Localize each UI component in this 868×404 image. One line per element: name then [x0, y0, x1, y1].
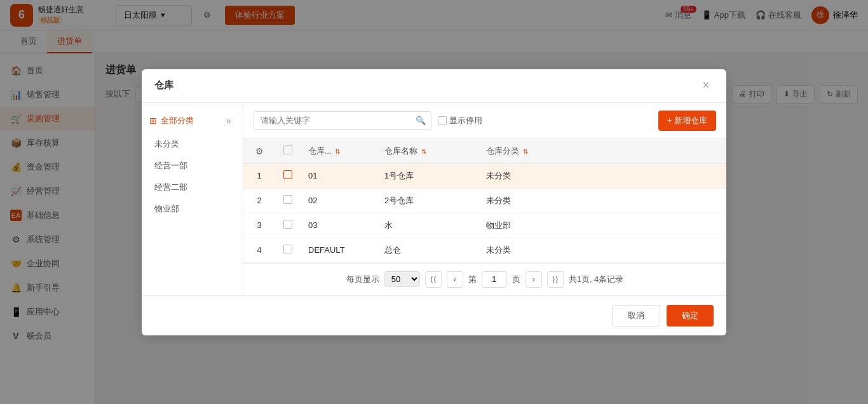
- total-info: 共1页, 4条记录: [569, 274, 624, 285]
- row-code: DEFAULT: [301, 238, 377, 262]
- show-disabled-checkbox[interactable]: [438, 116, 447, 125]
- row-name: 水: [377, 213, 478, 238]
- row-num: 1: [243, 163, 275, 188]
- modal-footer: 取消 确定: [142, 295, 726, 335]
- show-disabled-label[interactable]: 显示停用: [438, 115, 482, 126]
- row-code: 01: [301, 163, 377, 188]
- row-checkbox[interactable]: [275, 238, 301, 262]
- th-settings: ⚙: [243, 139, 275, 164]
- modal-header: 仓库 ×: [142, 69, 726, 103]
- page-end-label: 页: [512, 274, 520, 285]
- category-item-operations2[interactable]: 经营二部: [142, 177, 243, 198]
- row-checkbox[interactable]: [275, 188, 301, 213]
- row-checkbox[interactable]: [275, 163, 301, 188]
- category-panel: ⊞ 全部分类 « 未分类 经营一部 经营二部 物业部: [142, 103, 243, 295]
- th-category-label: 仓库分类: [486, 146, 519, 156]
- pagination: 每页显示 50 20 100 ⟨⟨ ‹ 第 页 › ⟩⟩ 共1页, 4条记录: [243, 263, 726, 295]
- row-name: 总仓: [377, 238, 478, 262]
- table-row[interactable]: 2 02 2号仓库 未分类: [243, 188, 726, 213]
- page-size-select[interactable]: 50 20 100: [384, 271, 420, 287]
- cancel-button[interactable]: 取消: [612, 305, 660, 327]
- search-button[interactable]: 🔍: [410, 116, 431, 125]
- page-label: 第: [468, 274, 477, 285]
- category-item-unclassified[interactable]: 未分类: [142, 133, 243, 155]
- grid-icon: ⊞: [149, 116, 157, 126]
- sort-code-icon[interactable]: ⇅: [335, 148, 340, 155]
- category-header: ⊞ 全部分类 «: [142, 111, 243, 133]
- row-category: 未分类: [478, 163, 726, 188]
- th-checkbox: [275, 139, 301, 164]
- row-category: 物业部: [478, 213, 726, 238]
- th-name-label: 仓库名称: [384, 146, 417, 156]
- th-code-label: 仓库...: [308, 146, 332, 156]
- next-page-button[interactable]: ›: [526, 271, 542, 288]
- th-category: 仓库分类 ⇅: [478, 139, 726, 164]
- prev-page-button[interactable]: ‹: [447, 271, 463, 288]
- th-name: 仓库名称 ⇅: [377, 139, 478, 164]
- row-name: 1号仓库: [377, 163, 478, 188]
- search-box: 🔍: [254, 111, 431, 130]
- per-page-label: 每页显示: [346, 274, 379, 285]
- row-category: 未分类: [478, 188, 726, 213]
- all-categories-btn[interactable]: ⊞ 全部分类: [149, 115, 194, 126]
- category-item-operations1[interactable]: 经营一部: [142, 155, 243, 177]
- row-num: 4: [243, 238, 275, 262]
- table-toolbar: 🔍 显示停用 + 新增仓库: [243, 103, 726, 139]
- settings-col-icon[interactable]: ⚙: [255, 146, 264, 156]
- all-categories-label: 全部分类: [161, 115, 194, 126]
- category-item-property[interactable]: 物业部: [142, 198, 243, 220]
- collapse-button[interactable]: «: [222, 114, 235, 127]
- table-row[interactable]: 1 01 1号仓库 未分类: [243, 163, 726, 188]
- confirm-button[interactable]: 确定: [667, 305, 714, 327]
- search-input[interactable]: [254, 112, 410, 129]
- row-category: 未分类: [478, 238, 726, 262]
- add-warehouse-button[interactable]: + 新增仓库: [658, 111, 716, 131]
- row-num: 3: [243, 213, 275, 238]
- th-code: 仓库... ⇅: [301, 139, 377, 164]
- row-code: 03: [301, 213, 377, 238]
- table-head: ⚙ 仓库... ⇅ 仓库名称: [243, 139, 726, 164]
- sort-category-icon[interactable]: ⇅: [523, 148, 528, 155]
- row-num: 2: [243, 188, 275, 213]
- data-table: ⚙ 仓库... ⇅ 仓库名称: [243, 139, 726, 263]
- row-code: 02: [301, 188, 377, 213]
- page-number-input[interactable]: [482, 271, 507, 288]
- warehouse-modal: 仓库 × ⊞ 全部分类 « 未分类 经营一部 经营二部 物业部: [142, 69, 726, 335]
- modal-title: 仓库: [154, 79, 173, 91]
- sort-name-icon[interactable]: ⇅: [421, 148, 426, 155]
- row-checkbox[interactable]: [275, 213, 301, 238]
- warehouse-table: ⚙ 仓库... ⇅ 仓库名称: [243, 139, 726, 263]
- table-panel: 🔍 显示停用 + 新增仓库 ⚙: [243, 103, 726, 295]
- table-body: 1 01 1号仓库 未分类 2 02 2号仓库: [243, 163, 726, 262]
- table-row[interactable]: 3 03 水 物业部: [243, 213, 726, 238]
- row-name: 2号仓库: [377, 188, 478, 213]
- last-page-button[interactable]: ⟩⟩: [547, 271, 564, 288]
- first-page-button[interactable]: ⟨⟨: [425, 271, 442, 288]
- select-all-checkbox[interactable]: [283, 145, 292, 154]
- table-row[interactable]: 4 DEFAULT 总仓 未分类: [243, 238, 726, 262]
- modal-overlay: 仓库 × ⊞ 全部分类 « 未分类 经营一部 经营二部 物业部: [0, 0, 868, 404]
- modal-body: ⊞ 全部分类 « 未分类 经营一部 经营二部 物业部 🔍: [142, 103, 726, 295]
- modal-close-button[interactable]: ×: [698, 78, 714, 93]
